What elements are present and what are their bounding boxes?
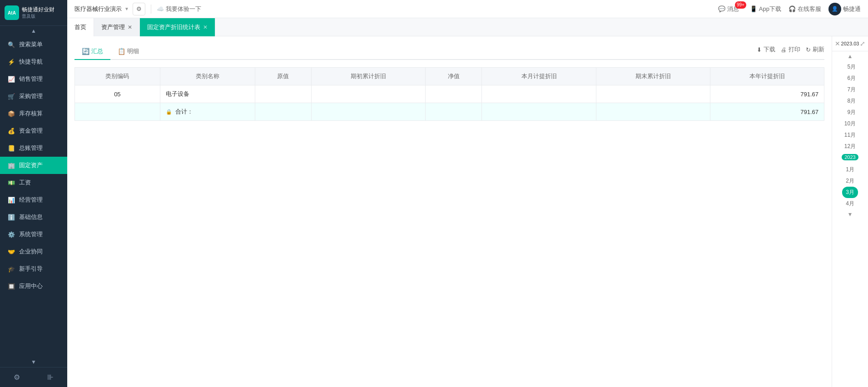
month-7[interactable]: 7月 <box>841 84 859 95</box>
refresh-icon: ↻ <box>806 46 811 53</box>
content-area: 🔄 汇总 📋 明细 ⬇ 下载 🖨 打印 <box>67 36 868 387</box>
col-header-monthly-dep: 本月计提折旧 <box>482 68 596 85</box>
sub-tabs: 🔄 汇总 📋 明细 ⬇ 下载 🖨 打印 <box>74 44 824 60</box>
tab-depreciation-report[interactable]: 固定资产折旧统计表 ✕ <box>140 18 215 36</box>
month-8[interactable]: 8月 <box>841 95 859 107</box>
company-selector[interactable]: 医疗器械行业演示 ▼ <box>74 5 129 13</box>
user-profile-btn[interactable]: 👤 畅捷通 <box>828 3 861 15</box>
company-name: 医疗器械行业演示 <box>74 5 122 13</box>
search-icon: 🔍 <box>7 40 15 49</box>
months-scroll-down[interactable]: ▼ <box>832 209 868 219</box>
download-icon: ⬇ <box>757 46 762 53</box>
print-btn[interactable]: 🖨 打印 <box>781 45 800 54</box>
months-scroll-up[interactable]: ▲ <box>832 51 868 61</box>
sub-tab-summary[interactable]: 🔄 汇总 <box>74 44 110 60</box>
experience-btn[interactable]: ☁️ 我要体验一下 <box>157 5 201 13</box>
month-6[interactable]: 6月 <box>841 73 859 84</box>
summary-annual-dep: 791.67 <box>710 103 824 121</box>
app-download-label: App下载 <box>759 5 781 13</box>
tab-depreciation-close[interactable]: ✕ <box>203 24 208 30</box>
right-panel-header: ✕ 2023.03 ⤢ <box>832 36 868 51</box>
summary-label-text: 合计： <box>175 108 193 115</box>
scroll-down-indicator[interactable]: ▼ <box>0 357 67 367</box>
panel-expand-btn[interactable]: ⤢ <box>860 40 865 47</box>
summary-period-end-dep <box>596 103 710 121</box>
tab-assets-label: 资产管理 <box>101 23 125 31</box>
month-2023-1[interactable]: 1月 <box>842 164 858 175</box>
sidebar-item-system[interactable]: ⚙️ 系统管理 <box>0 226 67 243</box>
tab-assets-close[interactable]: ✕ <box>128 24 132 30</box>
online-service-label: 在线客服 <box>798 5 821 13</box>
ledger-icon: 📒 <box>7 144 15 152</box>
sidebar-item-funds[interactable]: 💰 资金管理 <box>0 122 67 139</box>
sidebar-label-search: 搜索菜单 <box>19 40 43 49</box>
refresh-btn[interactable]: ↻ 刷新 <box>806 45 824 54</box>
experience-label: 我要体验一下 <box>166 5 201 13</box>
settings-gear-btn[interactable]: ⚙ <box>133 3 145 15</box>
online-service-btn[interactable]: 🎧 在线客服 <box>789 5 821 13</box>
messages-btn[interactable]: 💬 消息 99+ <box>718 5 743 13</box>
depreciation-table: 类别编码 类别名称 原值 期初累计折旧 净值 本月计提折旧 期末累计折旧 本年计… <box>74 67 824 121</box>
download-label: 下载 <box>764 45 775 54</box>
month-2023-3[interactable]: 3月 <box>842 187 858 198</box>
table-header-row: 类别编码 类别名称 原值 期初累计折旧 净值 本月计提折旧 期末累计折旧 本年计… <box>75 68 824 85</box>
sidebar-item-apps[interactable]: 🔲 应用中心 <box>0 278 67 295</box>
system-icon: ⚙️ <box>7 230 15 238</box>
sidebar-item-guide[interactable]: 🎓 新手引导 <box>0 260 67 278</box>
sidebar-item-purchase[interactable]: 🛒 采购管理 <box>0 88 67 105</box>
sidebar-item-sales[interactable]: 📈 销售管理 <box>0 70 67 88</box>
logo-subtitle: 普及版 <box>22 13 55 20</box>
topbar-divider <box>151 5 151 14</box>
sidebar-item-operations[interactable]: 📊 经营管理 <box>0 191 67 208</box>
sidebar-item-search[interactable]: 🔍 搜索菜单 <box>0 36 67 53</box>
settings-btn[interactable]: ⚙ <box>10 371 24 383</box>
sidebar-item-quicknav[interactable]: ⚡ 快捷导航 <box>0 53 67 70</box>
row-monthly-dep <box>482 85 596 103</box>
topbar: 医疗器械行业演示 ▼ ⚙ ☁️ 我要体验一下 💬 消息 99+ 📱 App下载 … <box>67 0 868 18</box>
month-10[interactable]: 10月 <box>841 118 859 129</box>
row-original <box>255 85 311 103</box>
row-code: 05 <box>75 85 160 103</box>
tab-asset-management[interactable]: 资产管理 ✕ <box>94 18 140 36</box>
sidebar-item-inventory[interactable]: 📦 库存核算 <box>0 105 67 122</box>
summary-tab-label: 汇总 <box>91 47 103 55</box>
row-annual-dep: 791.67 <box>710 85 824 103</box>
summary-row: 🔒 合计： 791.67 <box>75 103 824 121</box>
month-2023-2[interactable]: 2月 <box>842 175 858 187</box>
scroll-up-indicator[interactable]: ▲ <box>0 26 67 36</box>
sidebar-item-ledger[interactable]: 📒 总账管理 <box>0 139 67 157</box>
download-btn[interactable]: ⬇ 下载 <box>757 45 775 54</box>
month-2023-4[interactable]: 4月 <box>842 198 858 209</box>
sidebar-item-cooperation[interactable]: 🤝 企业协同 <box>0 243 67 260</box>
col-header-original: 原值 <box>255 68 311 85</box>
sidebar-logo: AtA 畅捷通好业财 普及版 <box>0 0 67 26</box>
row-period-end-dep <box>596 85 710 103</box>
month-11[interactable]: 11月 <box>841 129 859 141</box>
tab-home[interactable]: 首页 <box>67 18 94 36</box>
guide-icon: 🎓 <box>7 265 15 273</box>
sidebar-item-fixed-assets[interactable]: 🏢 固定资产 <box>0 157 67 174</box>
table-toolbar: ⬇ 下载 🖨 打印 ↻ 刷新 <box>757 45 824 57</box>
sidebar-label-system: 系统管理 <box>19 230 43 238</box>
panel-close-btn[interactable]: ✕ <box>835 40 840 47</box>
user-avatar: 👤 <box>828 3 841 15</box>
detail-tab-label: 明细 <box>127 47 139 55</box>
col-header-name: 类别名称 <box>160 68 255 85</box>
summary-tab-icon: 🔄 <box>82 48 89 55</box>
sales-icon: 📈 <box>7 75 15 83</box>
sidebar-item-payroll[interactable]: 💵 工资 <box>0 174 67 191</box>
funds-icon: 💰 <box>7 127 15 135</box>
sub-tab-detail[interactable]: 📋 明细 <box>110 44 146 60</box>
basic-icon: ℹ️ <box>7 213 15 221</box>
month-9[interactable]: 9月 <box>841 107 859 118</box>
collapse-btn[interactable]: ⊪ <box>44 371 57 383</box>
sidebar-label-cooperation: 企业协同 <box>19 248 43 256</box>
sidebar-item-basic[interactable]: ℹ️ 基础信息 <box>0 208 67 226</box>
col-header-code: 类别编码 <box>75 68 160 85</box>
summary-monthly-dep <box>482 103 596 121</box>
month-12[interactable]: 12月 <box>841 141 859 152</box>
payroll-icon: 💵 <box>7 179 15 187</box>
month-5[interactable]: 5月 <box>841 61 859 73</box>
app-download-btn[interactable]: 📱 App下载 <box>750 5 781 13</box>
tab-depreciation-label: 固定资产折旧统计表 <box>147 23 200 31</box>
